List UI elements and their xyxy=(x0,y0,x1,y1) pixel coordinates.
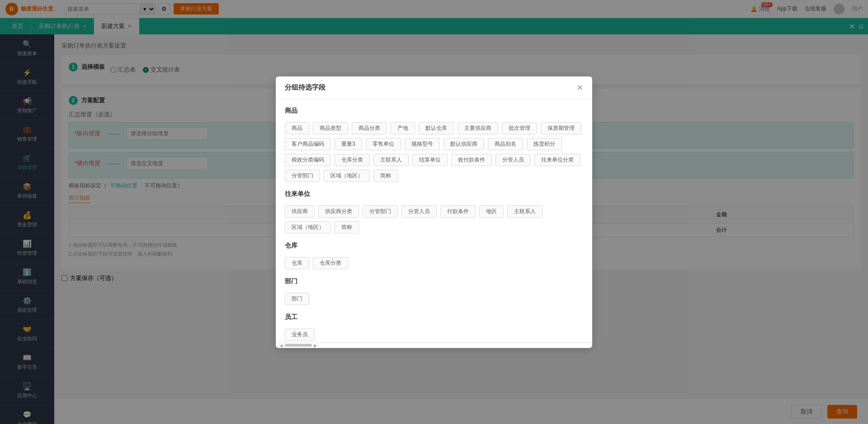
section-warehouse: 仓库 仓库 仓库分类 xyxy=(285,242,583,269)
section-warehouse-title: 仓库 xyxy=(285,242,583,252)
field-default-warehouse[interactable]: 默认仓库 xyxy=(419,122,454,134)
hscroll-right-arrow[interactable]: ▶ xyxy=(314,343,317,348)
field-default-supplier[interactable]: 默认供应商 xyxy=(443,138,484,150)
field-region[interactable]: 地区 xyxy=(479,205,504,218)
section-employee: 员工 业务员 xyxy=(285,313,583,341)
field-weight3[interactable]: 重量3 xyxy=(335,138,362,150)
section-dept-title: 部门 xyxy=(285,277,583,288)
section-employee-title: 员工 xyxy=(285,313,583,324)
modal-close-button[interactable]: ✕ xyxy=(576,83,583,93)
field-main-contact[interactable]: 主联系人 xyxy=(373,154,409,166)
modal-overlay: 分组待选字段 ✕ 商品 商品 商品类型 商品分类 产地 默认仓库 主要供应商 批… xyxy=(0,0,868,424)
section-dept: 部门 部门 xyxy=(285,277,583,305)
field-pick-points[interactable]: 拣货积分 xyxy=(527,138,562,150)
field-warehouse-cat[interactable]: 仓库分类 xyxy=(313,257,348,269)
field-goods-alias[interactable]: 商品别名 xyxy=(488,138,523,150)
field-area-goods[interactable]: 区域（地区） xyxy=(324,170,370,182)
field-dept-manage2[interactable]: 分管部门 xyxy=(363,205,398,218)
field-payment-terms[interactable]: 收付款条件 xyxy=(451,154,492,166)
field-main-supplier[interactable]: 主要供应商 xyxy=(458,122,498,134)
field-goods[interactable]: 商品 xyxy=(285,122,309,134)
field-tax-code[interactable]: 税收分类编码 xyxy=(285,154,331,166)
modal-header: 分组待选字段 ✕ xyxy=(276,76,592,100)
field-payment-cond[interactable]: 付款条件 xyxy=(440,205,476,218)
field-settlement-unit[interactable]: 结算单位 xyxy=(412,154,448,166)
section-goods-title: 商品 xyxy=(285,107,583,118)
field-supervisor[interactable]: 分管人员 xyxy=(495,154,531,166)
field-dept[interactable]: 部门 xyxy=(285,293,309,305)
field-partner-category[interactable]: 往来单位分类 xyxy=(534,154,580,166)
field-supplier[interactable]: 供应商 xyxy=(285,205,315,218)
field-shelf-life[interactable]: 保质期管理 xyxy=(541,122,581,134)
field-batch-mgmt[interactable]: 批次管理 xyxy=(502,122,537,134)
field-warehouse-category[interactable]: 仓库分类 xyxy=(335,154,370,166)
modal-hscroll[interactable]: ◀ ▶ xyxy=(276,343,592,348)
field-supplier-category[interactable]: 供应商分类 xyxy=(318,205,359,218)
field-supervisor2[interactable]: 分管人员 xyxy=(401,205,437,218)
field-spec-model[interactable]: 规格型号 xyxy=(405,138,440,150)
field-goods-category[interactable]: 商品分类 xyxy=(352,122,387,134)
modal-title: 分组待选字段 xyxy=(285,83,326,92)
field-origin[interactable]: 产地 xyxy=(391,122,415,134)
field-dept-manage[interactable]: 分管部门 xyxy=(285,170,320,182)
field-area-partner[interactable]: 区域（地区） xyxy=(285,221,331,233)
section-employee-fields: 业务员 xyxy=(285,329,583,341)
field-salesperson[interactable]: 业务员 xyxy=(285,329,315,341)
field-retail-unit[interactable]: 零售单位 xyxy=(366,138,401,150)
field-warehouse[interactable]: 仓库 xyxy=(285,257,309,269)
section-partner-fields: 供应商 供应商分类 分管部门 分管人员 付款条件 地区 主联系人 区域（地区） … xyxy=(285,205,583,233)
section-partner-title: 往来单位 xyxy=(285,190,583,201)
hscroll-left-arrow[interactable]: ◀ xyxy=(279,343,283,348)
section-goods-fields: 商品 商品类型 商品分类 产地 默认仓库 主要供应商 批次管理 保质期管理 客户… xyxy=(285,122,583,182)
field-main-contact2[interactable]: 主联系人 xyxy=(507,205,542,218)
modal-dialog: 分组待选字段 ✕ 商品 商品 商品类型 商品分类 产地 默认仓库 主要供应商 批… xyxy=(276,76,592,348)
section-goods: 商品 商品 商品类型 商品分类 产地 默认仓库 主要供应商 批次管理 保质期管理… xyxy=(285,107,583,182)
field-goods-type[interactable]: 商品类型 xyxy=(313,122,348,134)
field-customer-goods-code[interactable]: 客户商品编码 xyxy=(285,138,331,150)
modal-body[interactable]: 商品 商品 商品类型 商品分类 产地 默认仓库 主要供应商 批次管理 保质期管理… xyxy=(276,100,592,343)
section-warehouse-fields: 仓库 仓库分类 xyxy=(285,257,583,269)
hscroll-bar[interactable] xyxy=(285,344,312,347)
section-dept-fields: 部门 xyxy=(285,293,583,305)
field-short-name[interactable]: 简称 xyxy=(373,170,398,182)
field-short-name2[interactable]: 简称 xyxy=(335,221,359,233)
section-partner: 往来单位 供应商 供应商分类 分管部门 分管人员 付款条件 地区 主联系人 区域… xyxy=(285,190,583,233)
